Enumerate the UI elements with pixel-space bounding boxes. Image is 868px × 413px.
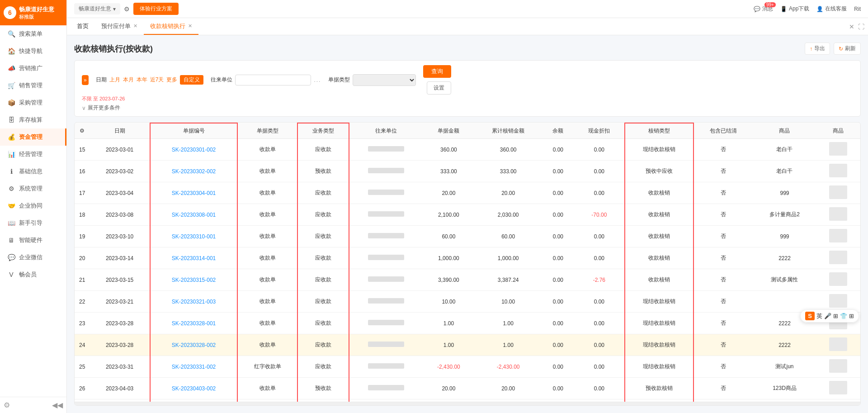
- basic-icon: ℹ: [7, 168, 15, 175]
- cell-goods: 老白干: [753, 139, 816, 161]
- sidebar-item-quicknav[interactable]: 🏠 快捷导航: [0, 43, 66, 60]
- sidebar-item-hardware[interactable]: 🖥 智能硬件: [0, 232, 66, 249]
- app-download-button[interactable]: 📱 App下载: [780, 5, 809, 13]
- table-row[interactable]: 19 2023-03-10 SK-20230310-001 收款单 应收款 60…: [75, 226, 860, 247]
- query-button[interactable]: 查询: [423, 65, 451, 78]
- tab-receipt[interactable]: 收款核销执行 ✕: [144, 19, 198, 35]
- bill-type-select[interactable]: [353, 74, 416, 86]
- sidebar-item-basic[interactable]: ℹ 基础信息: [0, 163, 66, 180]
- sidebar-item-guide[interactable]: 📖 新手引导: [0, 214, 66, 232]
- sidebar-item-label: 企业协同: [19, 202, 42, 210]
- collapse-icon[interactable]: ◀◀: [52, 401, 63, 409]
- cell-write-off-type: 预收款核销: [625, 378, 693, 399]
- cell-write-off-type: 收款核销: [625, 226, 693, 247]
- table-row[interactable]: 26 2023-04-03 SK-20230403-002 收款单 预收款 20…: [75, 378, 860, 399]
- th-settings[interactable]: ⚙: [75, 123, 90, 139]
- company-dropdown[interactable]: 畅康道好生意 ▾: [74, 3, 120, 14]
- cell-no: 22: [75, 291, 90, 313]
- refresh-button[interactable]: ↻ 刷新: [834, 43, 861, 55]
- this-month-link[interactable]: 本月: [123, 76, 134, 84]
- bill-no-link[interactable]: SK-20230301-002: [172, 147, 216, 153]
- guide-icon: 📖: [7, 219, 15, 227]
- last-month-link[interactable]: 上月: [109, 76, 120, 84]
- tab-maximize-icon[interactable]: ⛶: [858, 23, 864, 30]
- sidebar-item-member[interactable]: V 畅会员: [0, 266, 66, 283]
- cell-date: 2023-03-28: [90, 334, 150, 356]
- sidebar-item-inventory[interactable]: 🗄 库存核算: [0, 111, 66, 128]
- cell-accumulated: 1.00: [475, 313, 542, 334]
- cell-no: 19: [75, 226, 90, 247]
- sidebar-item-purchase[interactable]: 📦 采购管理: [0, 94, 66, 111]
- export-button[interactable]: ↑ 导出: [805, 43, 830, 55]
- table-row[interactable]: 22 2023-03-21 SK-20230321-003 收款单 应收款 10…: [75, 291, 860, 313]
- notification-button[interactable]: 💬 消息 99+: [754, 5, 773, 13]
- sidebar-item-operation[interactable]: 📊 经营管理: [0, 146, 66, 163]
- table-row[interactable]: 21 2023-03-15 SK-20230315-002 收款单 应收款 3,…: [75, 269, 860, 291]
- sidebar-item-label: 采购管理: [19, 99, 42, 107]
- system-icon: ⚙: [7, 185, 15, 192]
- sidebar-item-collab[interactable]: 🤝 企业协同: [0, 197, 66, 214]
- table-row[interactable]: 25 2023-03-31 SK-20230331-002 红字收款单 应收款 …: [75, 356, 860, 378]
- filter-bar: » 日期 上月 本月 本年 近7天 更多 自定义 往来单位 ... 单: [74, 60, 861, 117]
- horizontal-scrollbar[interactable]: [75, 402, 860, 405]
- sidebar-item-label: 智能硬件: [19, 236, 42, 244]
- table-row[interactable]: 18 2023-03-08 SK-20230308-001 收款单 应收款 2,…: [75, 204, 860, 226]
- sidebar-item-sales[interactable]: 🛒 销售管理: [0, 77, 66, 94]
- cell-cash-discount: 0.00: [574, 247, 625, 269]
- cell-no: 21: [75, 269, 90, 291]
- bill-no-link[interactable]: SK-20230328-001: [172, 320, 216, 327]
- table-row[interactable]: 20 2023-03-14 SK-20230314-001 收款单 应收款 1,…: [75, 247, 860, 269]
- table-row[interactable]: 15 2023-03-01 SK-20230301-002 收款单 应收款 36…: [75, 139, 860, 161]
- industry-solution-button[interactable]: 体验行业方案: [133, 3, 179, 15]
- expand-conditions-btn[interactable]: ∨ 展开更多条件: [82, 104, 853, 112]
- bill-no-link[interactable]: SK-20230304-001: [172, 190, 216, 196]
- table-scroll-area[interactable]: ⚙ 日期 单据编号 单据类型 业务类型 往来单位 单据金额 累计核销金额 余额 …: [75, 123, 860, 402]
- table-row[interactable]: 24 2023-03-28 SK-20230328-002 收款单 应收款 1.…: [75, 334, 860, 356]
- cell-biz-type: 应收款: [297, 291, 349, 313]
- search-icon: 🔍: [7, 30, 15, 38]
- bill-no-link[interactable]: SK-20230315-002: [172, 277, 216, 283]
- this-year-link[interactable]: 本年: [137, 76, 147, 84]
- filter-expand-btn[interactable]: »: [82, 75, 89, 85]
- bill-no-link[interactable]: SK-20230314-001: [172, 255, 216, 261]
- online-service-button[interactable]: 👤 在线客服: [816, 5, 847, 13]
- bill-no-link[interactable]: SK-20230328-002: [172, 342, 216, 348]
- sidebar: 6 畅康道好生意 标推版 🔍 搜索菜单 🏠 快捷导航 📣 营销推广 🛒 销售管理…: [0, 0, 67, 413]
- tab-home[interactable]: 首页: [71, 19, 95, 35]
- table-row[interactable]: 23 2023-03-28 SK-20230328-001 收款单 应收款 1.…: [75, 313, 860, 334]
- cell-bill-no: SK-20230315-002: [150, 269, 237, 291]
- settings-button[interactable]: 设置: [427, 81, 451, 95]
- watermark-extra-icon: ⊞: [849, 313, 854, 319]
- settings-footer-icon[interactable]: ⚙: [4, 401, 10, 409]
- topbar-gear-icon[interactable]: ⚙: [124, 5, 130, 13]
- table-row[interactable]: 17 2023-03-04 SK-20230304-001 收款单 应收款 20…: [75, 182, 860, 204]
- sidebar-item-system[interactable]: ⚙ 系统管理: [0, 180, 66, 197]
- bill-no-link[interactable]: SK-20230310-001: [172, 233, 216, 240]
- cell-bill-type: 收款单: [237, 182, 297, 204]
- sidebar-item-finance[interactable]: 💰 资金管理: [0, 128, 66, 146]
- cell-write-off-type: 现结收款核销: [625, 356, 693, 378]
- table-row[interactable]: 16 2023-03-02 SK-20230302-002 收款单 预收款 33…: [75, 161, 860, 182]
- cell-cash-discount: 0.00: [574, 356, 625, 378]
- sidebar-item-search[interactable]: 🔍 搜索菜单: [0, 25, 66, 43]
- last7-link[interactable]: 近7天: [150, 76, 164, 84]
- bill-no-link[interactable]: SK-20230302-002: [172, 168, 216, 175]
- custom-date-btn[interactable]: 自定义: [180, 75, 203, 85]
- tab-close-receipt[interactable]: ✕: [188, 23, 192, 29]
- partner-input[interactable]: [235, 75, 311, 85]
- sidebar-item-wechat[interactable]: 💬 企业微信: [0, 249, 66, 266]
- tab-prepay[interactable]: 预付应付单 ✕: [95, 19, 144, 35]
- sidebar-item-marketing[interactable]: 📣 营销推广: [0, 60, 66, 77]
- tab-close-prepay[interactable]: ✕: [133, 23, 137, 29]
- bill-no-link[interactable]: SK-20230331-002: [172, 364, 216, 370]
- cell-goods2: [816, 161, 860, 182]
- cell-amount: 2,100.00: [423, 204, 475, 226]
- more-link[interactable]: 更多: [166, 76, 177, 84]
- tab-close-all-icon[interactable]: ✕: [849, 23, 854, 30]
- bill-no-link[interactable]: SK-20230308-001: [172, 212, 216, 218]
- bill-no-link[interactable]: SK-20230403-002: [172, 385, 216, 392]
- bill-no-link[interactable]: SK-20230321-003: [172, 299, 216, 305]
- cell-bill-type: 收款单: [237, 226, 297, 247]
- user-profile[interactable]: Rit: [854, 6, 861, 12]
- column-settings-icon[interactable]: ⚙: [80, 128, 85, 134]
